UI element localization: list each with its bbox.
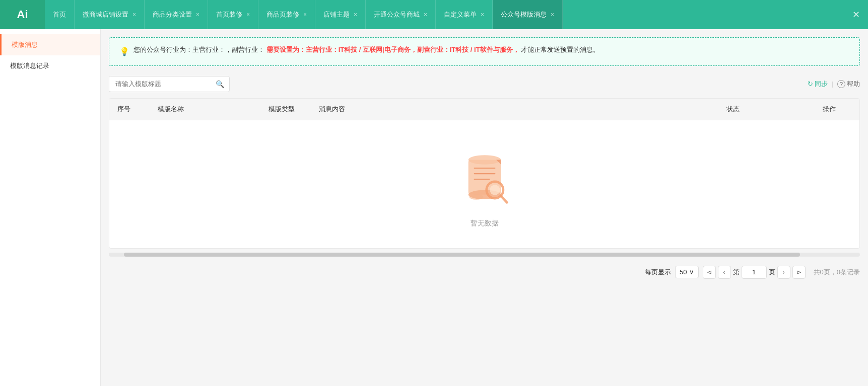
th-seq: 序号	[109, 99, 150, 120]
sync-label: 同步	[815, 80, 828, 89]
toolbar: 🔍 ↻ 同步 | ? 帮助	[109, 76, 860, 92]
notice-box: 💡 您的公众号行业为：主营行业：，副营行业： 需要设置为：主营行业：IT科技 /…	[109, 37, 860, 66]
svg-point-10	[469, 194, 483, 199]
last-page-button[interactable]: ⊳	[792, 266, 806, 279]
next-page-button[interactable]: ›	[777, 266, 790, 279]
close-tab-product[interactable]: ×	[303, 11, 307, 18]
search-input[interactable]	[109, 76, 211, 91]
notice-highlight: 需要设置为：主营行业：IT科技 / 互联网|电子商务，副营行业：IT科技 / I…	[266, 46, 519, 53]
svg-point-7	[490, 185, 500, 195]
prev-page-button[interactable]: ‹	[718, 266, 731, 279]
search-button[interactable]: 🔍	[211, 76, 229, 92]
nav-tabs-container: 首页微商城店铺设置 ×商品分类设置 ×首页装修 ×商品页装修 ×店铺主题 ×开通…	[45, 0, 844, 29]
sidebar-item-template-msg[interactable]: 模版消息	[0, 34, 100, 55]
th-action: 操作	[799, 99, 859, 120]
scrollbar-thumb	[124, 253, 800, 257]
nav-tab-home[interactable]: 首页	[45, 0, 75, 29]
nav-tab-theme[interactable]: 店铺主题 ×	[315, 0, 366, 29]
nav-tab-homepage[interactable]: 首页装修 ×	[208, 0, 258, 29]
current-page-input[interactable]	[742, 266, 767, 279]
nav-tab-mall[interactable]: 开通公众号商城 ×	[366, 0, 436, 29]
close-all-button[interactable]: ✕	[844, 0, 868, 29]
sidebar-item-template-log[interactable]: 模版消息记录	[0, 55, 100, 76]
data-table: 序号 模版名称 模版类型 消息内容 状态 操作	[109, 98, 860, 249]
content-area: 💡 您的公众号行业为：主营行业：，副营行业： 需要设置为：主营行业：IT科技 /…	[101, 29, 868, 386]
sync-button[interactable]: ↻ 同步	[808, 80, 828, 89]
help-label: 帮助	[847, 80, 860, 89]
sync-icon: ↻	[808, 80, 813, 88]
sidebar: 模版消息模版消息记录	[0, 29, 101, 386]
page-size-label: 每页显示	[645, 268, 671, 277]
nav-tab-product[interactable]: 商品页装修 ×	[258, 0, 315, 29]
notice-text: 您的公众号行业为：主营行业：，副营行业： 需要设置为：主营行业：IT科技 / 互…	[133, 45, 599, 55]
close-tab-weshop[interactable]: ×	[132, 11, 136, 18]
nav-tab-weshop[interactable]: 微商城店铺设置 ×	[75, 0, 145, 29]
page-label-after: 页	[769, 268, 775, 277]
empty-illustration	[454, 150, 515, 211]
nav-tab-menu[interactable]: 自定义菜单 ×	[436, 0, 493, 29]
page-label-before: 第	[733, 268, 740, 277]
logo-text: Ai	[17, 8, 28, 21]
nav-tab-category[interactable]: 商品分类设置 ×	[145, 0, 208, 29]
close-tab-category[interactable]: ×	[196, 11, 199, 18]
close-tab-menu[interactable]: ×	[481, 11, 484, 18]
page-navigation: ⊲ ‹ 第 页 › ⊳	[703, 266, 806, 279]
empty-text: 暂无数据	[471, 219, 499, 228]
notice-suffix: 才能正常发送预置的消息。	[521, 46, 599, 53]
close-tab-theme[interactable]: ×	[354, 11, 357, 18]
toolbar-divider: |	[832, 80, 833, 88]
empty-state: 暂无数据	[109, 120, 859, 248]
top-navigation: Ai 首页微商城店铺设置 ×商品分类设置 ×首页装修 ×商品页装修 ×店铺主题 …	[0, 0, 868, 29]
th-type: 模版类型	[260, 99, 311, 120]
close-tab-mall[interactable]: ×	[424, 11, 427, 18]
main-layout: 模版消息模版消息记录 💡 您的公众号行业为：主营行业：，副营行业： 需要设置为：…	[0, 29, 868, 386]
first-page-button[interactable]: ⊲	[703, 266, 716, 279]
close-tab-template[interactable]: ×	[551, 11, 554, 18]
svg-line-8	[501, 196, 507, 202]
table-header: 序号 模版名称 模版类型 消息内容 状态 操作	[109, 99, 859, 120]
notice-icon: 💡	[119, 45, 129, 58]
th-name: 模版名称	[150, 99, 260, 120]
help-icon: ?	[837, 80, 845, 88]
close-tab-homepage[interactable]: ×	[246, 11, 250, 18]
page-size-select[interactable]: 50 ∨	[675, 266, 698, 278]
notice-prefix: 您的公众号行业为：主营行业：，副营行业：	[133, 46, 264, 53]
app-logo: Ai	[0, 0, 45, 29]
pagination: 每页显示 50 ∨ ⊲ ‹ 第 页 › ⊳ 共0页，0条记录	[109, 261, 860, 284]
page-size-value: 50	[680, 268, 687, 276]
help-button[interactable]: ? 帮助	[837, 80, 860, 89]
scrollbar-track[interactable]	[109, 253, 860, 257]
nav-tab-template[interactable]: 公众号模版消息 ×	[493, 0, 563, 29]
chevron-down-icon: ∨	[689, 268, 694, 276]
toolbar-right: ↻ 同步 | ? 帮助	[808, 80, 860, 89]
total-info: 共0页，0条记录	[814, 268, 860, 277]
th-status: 状态	[718, 99, 799, 120]
search-box: 🔍	[109, 76, 230, 92]
th-content: 消息内容	[311, 99, 718, 120]
